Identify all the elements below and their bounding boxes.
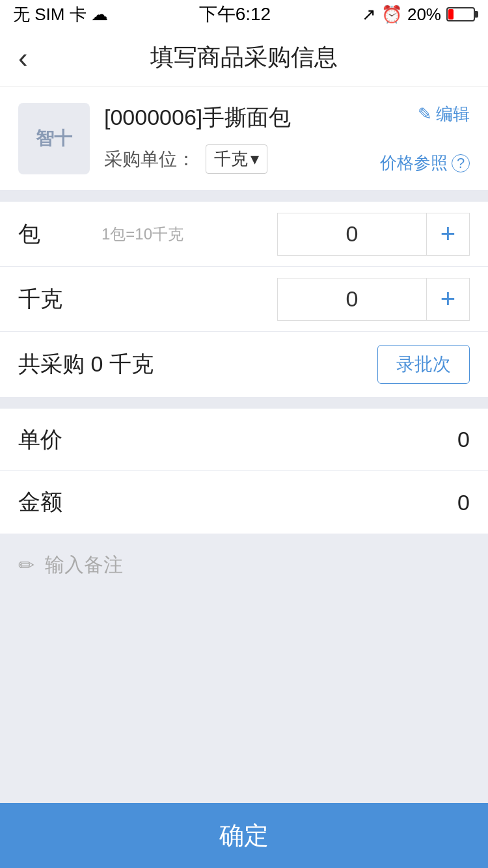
input-right-kg: + (277, 278, 470, 321)
back-button[interactable]: ‹ (18, 44, 28, 72)
label-bao: 包 (18, 219, 96, 249)
confirm-bar[interactable]: 确定 (0, 803, 488, 868)
qty-input-kg[interactable] (277, 278, 427, 321)
nav-bar: ‹ 填写商品采购信息 (0, 29, 488, 87)
section-divider-1 (0, 190, 488, 202)
note-placeholder: 输入备注 (45, 552, 123, 578)
status-right: ↗ ⏰ 20% (362, 5, 475, 25)
unit-select[interactable]: 千克 ▾ (206, 144, 267, 174)
page-title: 填写商品采购信息 (150, 42, 338, 74)
product-card: 智十 [0000006]手撕面包 采购单位： 千克 ▾ ✎ 编辑 价格参照 ? (0, 87, 488, 190)
status-bar: 无 SIM 卡 ☁ 下午6:12 ↗ ⏰ 20% (0, 0, 488, 29)
edit-button[interactable]: ✎ 编辑 (418, 103, 470, 126)
sublabel-bao: 1包=10千克 (102, 224, 183, 245)
price-label: 单价 (18, 425, 62, 455)
input-section: 包 1包=10千克 + 千克 + (0, 202, 488, 332)
input-row-bao: 包 1包=10千克 + (0, 202, 488, 267)
summary-text: 共采购 0 千克 (18, 349, 154, 379)
content-spacer (0, 597, 488, 803)
note-section[interactable]: ✏ 输入备注 (0, 534, 488, 597)
status-time: 下午6:12 (199, 2, 271, 27)
chevron-down-icon: ▾ (251, 149, 259, 169)
help-icon: ? (452, 154, 470, 172)
status-left: 无 SIM 卡 ☁ (13, 3, 108, 26)
info-row-price: 单价 0 (0, 409, 488, 471)
label-kg: 千克 (18, 284, 96, 314)
battery-icon (446, 7, 475, 21)
section-divider-2 (0, 397, 488, 409)
info-row-amount: 金额 0 (0, 471, 488, 534)
sim-label: 无 SIM 卡 ☁ (13, 3, 108, 26)
qty-input-bao[interactable] (277, 213, 427, 256)
input-right-bao: + (277, 213, 470, 256)
plus-button-kg[interactable]: + (427, 278, 470, 321)
price-value: 0 (457, 427, 470, 452)
batch-button[interactable]: 录批次 (377, 345, 470, 384)
edit-icon: ✎ (418, 104, 432, 124)
plus-button-bao[interactable]: + (427, 213, 470, 256)
confirm-text: 确定 (219, 819, 269, 852)
input-row-kg: 千克 + (0, 267, 488, 332)
unit-label: 采购单位： (104, 147, 195, 172)
price-ref-button[interactable]: 价格参照 ? (380, 152, 470, 174)
pencil-icon: ✏ (18, 554, 34, 576)
product-name: [0000006]手撕面包 (104, 103, 470, 133)
location-icon: ↗ (362, 5, 376, 25)
product-thumbnail: 智十 (18, 103, 90, 174)
info-section: 单价 0 金额 0 (0, 409, 488, 534)
battery-percent: 20% (407, 5, 441, 25)
alarm-icon: ⏰ (381, 5, 402, 25)
amount-value: 0 (457, 490, 470, 515)
summary-row: 共采购 0 千克 录批次 (0, 332, 488, 397)
amount-label: 金额 (18, 487, 62, 517)
